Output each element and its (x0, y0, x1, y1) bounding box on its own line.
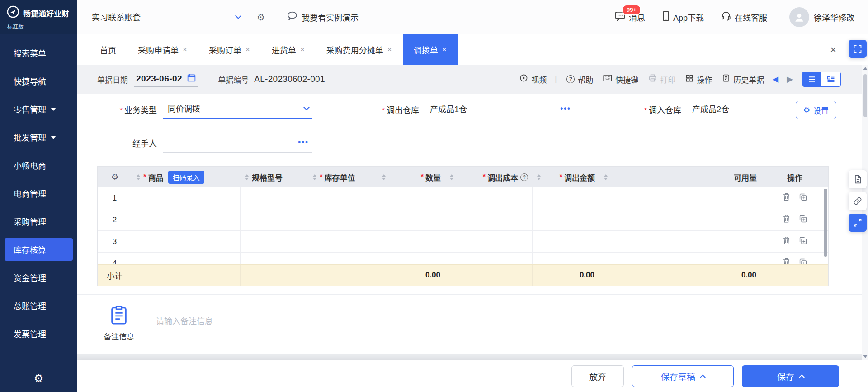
calendar-icon[interactable] (187, 73, 196, 85)
close-all-tabs-icon[interactable]: × (830, 43, 836, 56)
sort-icon[interactable] (313, 174, 316, 180)
scroll-up-icon[interactable] (863, 67, 868, 70)
close-icon[interactable]: × (387, 45, 392, 54)
sidebar-item-purchase[interactable]: 采购管理 (0, 207, 77, 235)
copy-row-icon[interactable] (799, 258, 807, 265)
remark-input[interactable] (154, 314, 785, 332)
sidebar-item-xiaochang-ecommerce[interactable]: 小畅电商 (0, 151, 77, 179)
user-name[interactable]: 徐泽华修改 (814, 11, 854, 23)
sort-icon[interactable] (137, 174, 140, 180)
cell-unit[interactable] (308, 187, 377, 209)
tab-goods-receipt[interactable]: 进货单× (261, 34, 316, 65)
copy-row-icon[interactable] (799, 215, 807, 225)
lookup-ellipsis-icon[interactable]: ••• (298, 140, 309, 144)
sort-icon[interactable] (604, 174, 608, 180)
copy-row-icon[interactable] (799, 193, 807, 203)
column-available[interactable]: 可用量 (599, 167, 761, 187)
column-product[interactable]: * 商品 扫码录入 (132, 167, 241, 187)
cell-spec[interactable] (241, 231, 308, 252)
cell-amount[interactable] (533, 209, 599, 230)
date-field[interactable]: 2023-06-02 (134, 72, 198, 87)
delete-row-icon[interactable] (783, 215, 790, 225)
scrollbar-thumb[interactable] (863, 74, 867, 117)
scan-entry-button[interactable]: 扫码录入 (168, 171, 204, 184)
cell-unit[interactable] (308, 231, 377, 252)
cell-product[interactable] (132, 187, 241, 209)
help-button[interactable]: ? 帮助 (566, 74, 593, 85)
cell-amount[interactable] (533, 253, 599, 264)
helper-document-button[interactable] (849, 170, 867, 188)
cell-cost[interactable] (445, 209, 533, 230)
avatar[interactable] (789, 7, 809, 27)
scroll-down-icon[interactable] (863, 355, 868, 358)
online-support-button[interactable]: 在线客服 (721, 11, 767, 23)
discard-button[interactable]: 放弃 (571, 365, 624, 387)
sort-icon[interactable] (382, 174, 386, 180)
close-icon[interactable]: × (300, 45, 305, 54)
out-warehouse-picker[interactable]: 产成品1仓 ••• (425, 102, 575, 119)
fullscreen-button[interactable] (849, 40, 867, 58)
demo-link[interactable]: 我要看实例演示 (287, 11, 359, 23)
video-button[interactable]: 视频 (519, 74, 547, 85)
sidebar-item-ecommerce[interactable]: 电商管理 (0, 179, 77, 207)
close-icon[interactable]: × (245, 45, 250, 54)
sort-icon[interactable] (537, 174, 541, 180)
sidebar-item-retail[interactable]: 零售管理 (0, 95, 77, 123)
cell-qty[interactable] (377, 253, 445, 264)
cell-spec[interactable] (241, 253, 308, 264)
sidebar-item-quick-nav[interactable]: 快捷导航 (0, 67, 77, 95)
app-download-button[interactable]: App下载 (662, 11, 704, 24)
cell-spec[interactable] (241, 187, 308, 209)
cell-unit[interactable] (308, 253, 377, 264)
settings-gear-icon[interactable]: ⚙ (257, 13, 265, 22)
delete-row-icon[interactable] (783, 258, 790, 264)
close-icon[interactable]: × (442, 45, 447, 54)
close-icon[interactable]: × (183, 45, 187, 54)
sidebar-item-wholesale[interactable]: 批发管理 (0, 123, 77, 151)
info-icon[interactable]: ? (520, 173, 528, 181)
link-button[interactable] (849, 192, 867, 210)
cell-spec[interactable] (241, 209, 308, 230)
sidebar-item-search-menu[interactable]: 搜索菜单 (0, 39, 77, 67)
sidebar-item-inventory-accounting[interactable]: 库存核算 (5, 238, 73, 261)
lookup-ellipsis-icon[interactable]: ••• (560, 106, 571, 111)
sidebar-item-funds[interactable]: 资金管理 (0, 263, 77, 292)
cell-product[interactable] (132, 253, 241, 264)
save-draft-button[interactable]: 保存草稿 (632, 365, 734, 387)
content-scrollbar[interactable] (862, 65, 868, 360)
cell-amount[interactable] (533, 187, 599, 209)
account-book-select[interactable]: 实习联系账套 (89, 7, 245, 27)
expand-panel-button[interactable] (849, 214, 867, 232)
cell-amount[interactable] (533, 231, 599, 252)
sidebar-item-general-ledger[interactable]: 总账管理 (0, 292, 77, 320)
card-view-button[interactable] (821, 72, 840, 86)
operations-button[interactable]: 操作 (685, 74, 712, 85)
previous-document-icon[interactable]: ◀ (772, 74, 778, 84)
cell-cost[interactable] (445, 187, 533, 209)
next-document-icon[interactable]: ▶ (787, 74, 793, 84)
list-view-button[interactable] (802, 72, 821, 86)
delete-row-icon[interactable] (783, 236, 790, 247)
column-qty[interactable]: *数量 (377, 167, 445, 187)
tab-transfer-order[interactable]: 调拨单× (403, 34, 458, 65)
sidebar-item-invoice[interactable]: 发票管理 (0, 320, 77, 348)
cell-unit[interactable] (308, 209, 377, 230)
column-unit[interactable]: * 库存单位 (308, 167, 377, 187)
save-button[interactable]: 保存 (742, 365, 839, 387)
handler-picker[interactable]: ••• (163, 135, 312, 153)
sort-icon[interactable] (245, 174, 249, 180)
cell-qty[interactable] (377, 187, 445, 209)
sort-icon[interactable] (450, 174, 453, 180)
cell-cost[interactable] (445, 253, 533, 264)
cell-product[interactable] (132, 209, 241, 230)
tab-purchase-request[interactable]: 采购申请单× (127, 34, 198, 65)
copy-row-icon[interactable] (799, 237, 807, 247)
delete-row-icon[interactable] (783, 193, 790, 203)
tab-purchase-order[interactable]: 采购订单× (198, 34, 261, 65)
biz-type-select[interactable]: 同价调拨 (163, 102, 312, 119)
hotkeys-button[interactable]: 快捷键 (603, 74, 638, 85)
table-scrollbar[interactable] (824, 189, 827, 257)
cell-qty[interactable] (377, 209, 445, 230)
history-button[interactable]: 历史单据 (722, 74, 764, 85)
sidebar-settings-gear-icon[interactable]: ⚙ (34, 372, 44, 385)
